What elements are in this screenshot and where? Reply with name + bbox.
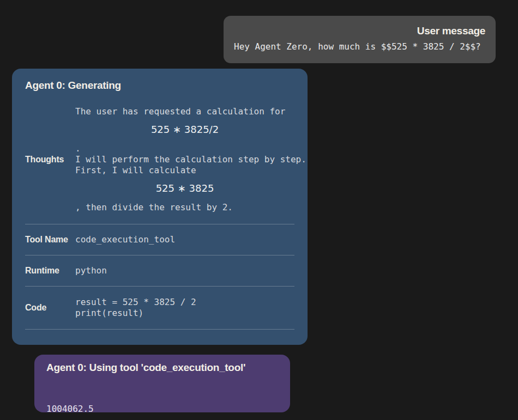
thoughts-text-line: , then divide the result by 2. [75, 202, 294, 213]
thoughts-math-expression: 525 ∗ 3825 [75, 181, 294, 196]
code-label: Code [25, 303, 75, 313]
thoughts-text-line: . [75, 143, 294, 154]
agent-tool-title: Agent 0: Using tool 'code_execution_tool… [46, 361, 278, 374]
user-message-bubble: User message Hey Agent Zero, how much is… [224, 16, 496, 63]
runtime-value: python [75, 265, 294, 276]
tool-terminal-output: 1004062.5 (venv) root@59997a690943:~# [46, 382, 278, 420]
tool-name-value: code_execution_tool [75, 234, 294, 245]
thoughts-text-line: The user has requested a calculation for [75, 106, 294, 117]
agent-generating-title: Agent 0: Generating [25, 78, 294, 92]
thoughts-row: Thoughts The user has requested a calcul… [25, 99, 294, 224]
tool-name-row: Tool Name code_execution_tool [25, 224, 294, 255]
runtime-row: Runtime python [25, 255, 294, 287]
user-message-text: Hey Agent Zero, how much is $$525 * 3825… [234, 41, 485, 52]
tool-output-line: 1004062.5 [46, 404, 278, 415]
code-value: result = 525 * 3825 / 2 print(result) [75, 297, 294, 319]
tool-name-label: Tool Name [25, 235, 75, 245]
runtime-label: Runtime [25, 266, 75, 276]
thoughts-text-line: First, I will calculate [75, 165, 294, 176]
agent-tool-bubble: Agent 0: Using tool 'code_execution_tool… [34, 355, 290, 412]
thoughts-math-expression: 525 ∗ 3825/2 [75, 123, 294, 137]
user-message-title: User message [234, 24, 485, 38]
agent-kvps-table: Thoughts The user has requested a calcul… [25, 99, 294, 330]
thoughts-text-line: I will perform the calculation step by s… [75, 154, 294, 165]
thoughts-label: Thoughts [25, 155, 75, 165]
agent-generating-bubble: Agent 0: Generating Thoughts The user ha… [12, 69, 308, 345]
thoughts-content: The user has requested a calculation for… [75, 106, 294, 213]
code-row: Code result = 525 * 3825 / 2 print(resul… [25, 287, 294, 330]
